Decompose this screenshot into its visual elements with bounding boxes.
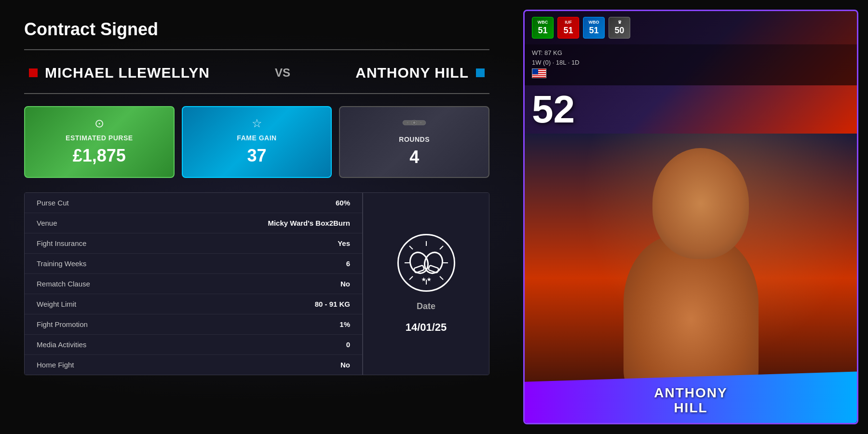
fighter-image-area: ANTHONY HILL xyxy=(525,134,857,423)
stats-boxes: ⊙ Estimated Purse £1,875 ☆ Fame Gain 37 xyxy=(24,106,489,178)
detail-label-venue: Venue xyxy=(37,219,57,227)
matchup-divider xyxy=(24,93,489,94)
svg-point-5 xyxy=(420,122,421,123)
fight-date-value: 14/01/25 xyxy=(406,321,447,334)
corner-red-indicator xyxy=(29,68,38,77)
fame-value: 37 xyxy=(192,146,322,166)
detail-label-weight: Weight Limit xyxy=(37,300,76,308)
rounds-value: 4 xyxy=(350,147,479,167)
rounds-box: Rounds 4 xyxy=(339,106,489,178)
vs-text: VS xyxy=(275,66,290,80)
details-table: Purse Cut 60% Venue Micky Ward's Box2Bur… xyxy=(25,193,362,375)
detail-label-home: Home Fight xyxy=(37,361,74,369)
corner-blue-indicator xyxy=(476,68,485,77)
detail-label-insurance: Fight Insurance xyxy=(37,239,86,247)
right-panel: WBC 51 IUF 51 WBO 51 ♛ 50 xyxy=(514,0,868,434)
detail-row: Venue Micky Ward's Box2Burn xyxy=(25,213,362,233)
card-stats: WT: 87 KG 1W (0) · 18L · 1D xyxy=(525,44,857,85)
detail-row: Fight Promotion 1% xyxy=(25,314,362,335)
svg-point-3 xyxy=(414,122,415,123)
details-section: Purse Cut 60% Venue Micky Ward's Box2Bur… xyxy=(24,192,489,375)
detail-value-insurance: Yes xyxy=(338,239,350,247)
detail-row: Rematch Clause No xyxy=(25,274,362,294)
svg-line-16 xyxy=(440,276,443,280)
org-badge-crown: ♛ 50 xyxy=(609,17,630,39)
weight-label: WT: 87 KG xyxy=(532,49,562,56)
svg-rect-9 xyxy=(428,265,438,273)
card-rating: 52 xyxy=(525,85,857,134)
detail-label-training: Training Weeks xyxy=(37,259,86,268)
svg-point-4 xyxy=(407,122,408,123)
detail-value-weight: 80 - 91 KG xyxy=(315,300,350,308)
org-badge-iuf: IUF 51 xyxy=(557,17,579,39)
rounds-label: Rounds xyxy=(350,136,479,143)
svg-rect-7 xyxy=(413,265,424,273)
card-fighter-name: ANTHONY HILL xyxy=(534,386,847,416)
purse-label: Estimated Purse xyxy=(35,134,164,142)
fame-label: Fame Gain xyxy=(192,134,322,142)
svg-line-18 xyxy=(409,276,413,280)
detail-value-purse-cut: 60% xyxy=(336,199,350,207)
record-label: 1W (0) · 18L · 1D xyxy=(532,59,580,66)
fighter2-name: ANTHONY HILL xyxy=(355,65,485,81)
purse-value: £1,875 xyxy=(35,146,164,166)
money-icon: ⊙ xyxy=(35,117,164,130)
detail-row: Training Weeks 6 xyxy=(25,254,362,274)
record-row: 1W (0) · 18L · 1D xyxy=(532,59,850,66)
org-badge-wbo: WBO 51 xyxy=(583,17,605,39)
fame-box: ☆ Fame Gain 37 xyxy=(182,106,332,178)
detail-label-rematch: Rematch Clause xyxy=(37,280,90,288)
fighter1-name: MICHAEL LLEWELLYN xyxy=(29,65,210,81)
detail-row: Purse Cut 60% xyxy=(25,193,362,213)
detail-value-training: 6 xyxy=(346,259,350,268)
detail-row: Home Fight No xyxy=(25,355,362,375)
matchup-header: MICHAEL LLEWELLYN VS ANTHONY HILL xyxy=(24,65,489,81)
detail-label-purse-cut: Purse Cut xyxy=(37,199,69,207)
us-flag-icon xyxy=(532,68,546,78)
detail-label-media: Media Activities xyxy=(37,340,86,349)
flag-row xyxy=(532,68,850,78)
detail-row: Weight Limit 80 - 91 KG xyxy=(25,294,362,314)
card-header: WBC 51 IUF 51 WBO 51 ♛ 50 xyxy=(525,11,857,44)
detail-value-venue: Micky Ward's Box2Burn xyxy=(268,219,350,227)
detail-value-promotion: 1% xyxy=(339,320,350,328)
detail-label-promotion: Fight Promotion xyxy=(37,320,88,328)
detail-row: Fight Insurance Yes xyxy=(25,233,362,254)
main-content: Contract Signed MICHAEL LLEWELLYN VS ANT… xyxy=(0,0,868,434)
star-icon: ☆ xyxy=(192,117,322,130)
fight-date-label: Date xyxy=(417,301,435,312)
detail-value-media: 0 xyxy=(346,340,350,349)
fighter-card: WBC 51 IUF 51 WBO 51 ♛ 50 xyxy=(523,10,858,424)
purse-box: ⊙ Estimated Purse £1,875 xyxy=(24,106,175,178)
fight-info-panel: ★ ★ Date 14/01/25 xyxy=(362,193,489,375)
page-title: Contract Signed xyxy=(24,19,489,40)
svg-line-17 xyxy=(440,246,443,249)
portrait-head xyxy=(652,148,749,259)
belt-icon xyxy=(350,117,479,132)
weight-row: WT: 87 KG xyxy=(532,49,850,56)
org-badge-wbc: WBC 51 xyxy=(532,17,554,39)
boxing-emblem: ★ ★ xyxy=(397,234,455,292)
title-divider xyxy=(24,49,489,50)
detail-value-home: No xyxy=(340,361,350,369)
detail-value-rematch: No xyxy=(340,280,350,288)
left-panel: Contract Signed MICHAEL LLEWELLYN VS ANT… xyxy=(0,0,514,434)
detail-row: Media Activities 0 xyxy=(25,335,362,355)
svg-line-15 xyxy=(409,246,413,249)
